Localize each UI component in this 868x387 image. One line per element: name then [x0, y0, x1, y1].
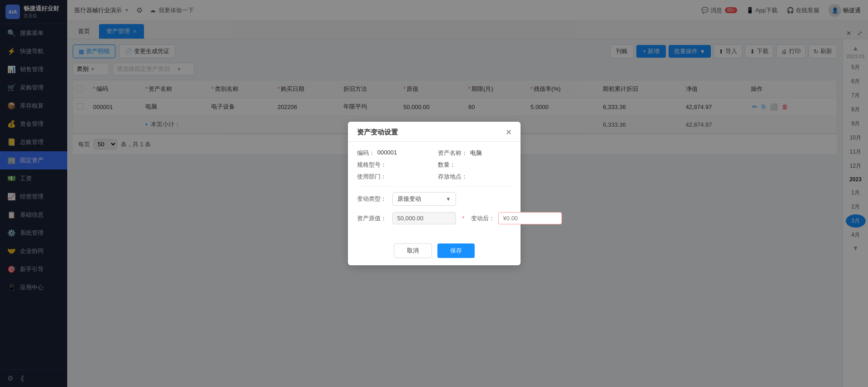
modal-name-item: 资产名称： 电脑 — [438, 149, 511, 157]
quantity-label: 数量： — [438, 161, 456, 169]
asset-change-modal: 资产变动设置 ✕ 编码： 000001 资产名称： 电脑 规格型号： 数量： — [348, 122, 521, 265]
change-type-label: 变动类型： — [357, 195, 389, 203]
save-button[interactable]: 保存 — [437, 243, 475, 258]
modal-info-grid: 编码： 000001 资产名称： 电脑 规格型号： 数量： 使用部门： — [357, 149, 511, 187]
modal-overlay: 资产变动设置 ✕ 编码： 000001 资产名称： 电脑 规格型号： 数量： — [0, 0, 868, 387]
modal-header: 资产变动设置 ✕ — [348, 122, 521, 142]
change-type-value: 原值变动 — [397, 195, 421, 203]
spec-label: 规格型号： — [357, 161, 387, 169]
modal-footer: 取消 保存 — [348, 238, 521, 265]
after-change-input[interactable] — [498, 212, 562, 224]
code-label: 编码： — [357, 149, 375, 157]
modal-body: 编码： 000001 资产名称： 电脑 规格型号： 数量： 使用部门： — [348, 142, 521, 238]
modal-quantity-item: 数量： — [438, 161, 511, 169]
modal-close-button[interactable]: ✕ — [506, 128, 511, 137]
asset-value-input[interactable] — [392, 212, 456, 224]
code-value: 000001 — [377, 149, 397, 157]
modal-title: 资产变动设置 — [357, 128, 398, 137]
department-label: 使用部门： — [357, 173, 387, 181]
change-type-select[interactable]: 原值变动 ▼ — [392, 192, 456, 206]
change-type-arrow: ▼ — [446, 196, 451, 202]
name-value: 电脑 — [470, 149, 482, 157]
modal-location-item: 存放地点： — [438, 173, 511, 181]
after-change-label: 变动后： — [471, 214, 495, 223]
name-label: 资产名称： — [438, 149, 467, 157]
modal-department-item: 使用部门： — [357, 173, 431, 181]
asset-value-row: 资产原值： * 变动后： — [357, 212, 511, 224]
required-star: * — [462, 215, 465, 222]
cancel-button[interactable]: 取消 — [394, 243, 432, 258]
modal-code-item: 编码： 000001 — [357, 149, 431, 157]
location-label: 存放地点： — [438, 173, 467, 181]
asset-value-label: 资产原值： — [357, 214, 389, 223]
modal-spec-item: 规格型号： — [357, 161, 431, 169]
change-type-row: 变动类型： 原值变动 ▼ — [357, 192, 511, 206]
